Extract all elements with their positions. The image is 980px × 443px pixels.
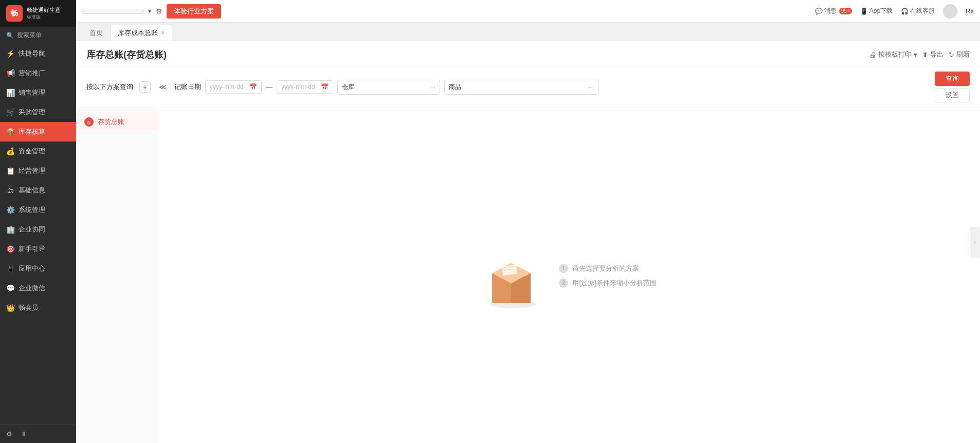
page-header: 库存总账(存货总账) 🖨 按模板打印 ▾ ⬆ 导出 ↻ 刷新: [76, 41, 980, 66]
logo-icon: 畅: [6, 5, 23, 22]
print-template-button[interactable]: 🖨 按模板打印 ▾: [869, 50, 917, 59]
breadcrumb-dropdown-icon[interactable]: ▾: [148, 7, 152, 15]
basics-icon: 🗂: [6, 186, 14, 194]
calendar-from-icon[interactable]: 📅: [249, 83, 257, 91]
panel-item-inventory-total[interactable]: 存 存货总账: [76, 113, 158, 131]
filter-section: 记账日期 yyyy-mm-dd 📅 — yyyy-mm-dd 📅 仓库 ··· …: [174, 80, 929, 95]
tab-home-label: 首页: [89, 28, 103, 38]
message-button[interactable]: 💬 消息 99+: [815, 7, 852, 15]
marketing-icon: 📢: [6, 69, 14, 77]
sidebar-item-finance[interactable]: 💰 资金管理: [0, 141, 76, 161]
step1-number: 1: [559, 264, 568, 273]
refresh-button[interactable]: ↻ 刷新: [949, 50, 970, 59]
user-avatar[interactable]: [943, 4, 957, 19]
sidebar-item-basics[interactable]: 🗂 基础信息: [0, 181, 76, 200]
sidebar-footer: ⚙ ⏸: [0, 424, 76, 443]
print-dropdown-icon: ▾: [914, 51, 917, 59]
sidebar-item-label: 经营管理: [19, 166, 45, 175]
step2-number: 2: [559, 278, 568, 288]
sidebar-item-label: 畅会员: [19, 303, 39, 312]
filter-bar: 按以下方案查询 + ≪ 记账日期 yyyy-mm-dd 📅 — yyyy-mm-…: [76, 66, 980, 108]
date-from-input[interactable]: yyyy-mm-dd 📅: [205, 80, 262, 94]
date-to-placeholder: yyyy-mm-dd: [281, 83, 315, 91]
industry-solution-button[interactable]: 体验行业方案: [167, 4, 221, 19]
audio-footer-icon[interactable]: ⏸: [21, 430, 27, 438]
wechat-icon: 💬: [6, 284, 14, 292]
product-filter[interactable]: 商品 ···: [444, 80, 598, 95]
settings-button[interactable]: 设置: [935, 88, 970, 102]
newbie-icon: 🎯: [6, 245, 14, 253]
breadcrumb-input: [82, 9, 144, 14]
app-download-button[interactable]: 📱 App下载: [860, 7, 893, 15]
query-button[interactable]: 查询: [935, 72, 970, 86]
export-icon: ⬆: [922, 51, 928, 59]
sidebar-item-label: 采购管理: [19, 108, 45, 117]
settings-footer-icon[interactable]: ⚙: [6, 430, 12, 438]
print-icon: 🖨: [869, 51, 876, 59]
filter-collapse-button[interactable]: ≪: [157, 81, 168, 93]
message-icon: 💬: [815, 8, 823, 15]
sidebar-item-purchase[interactable]: 🛒 采购管理: [0, 102, 76, 122]
sidebar-item-label: 库存核算: [19, 127, 45, 136]
sidebar-item-system[interactable]: ⚙️ 系统管理: [0, 200, 76, 220]
sidebar-item-label: 企业协同: [19, 225, 45, 234]
system-icon: ⚙️: [6, 206, 14, 214]
sidebar-item-label: 快捷导航: [19, 49, 45, 58]
warehouse-label: 仓库: [342, 83, 354, 92]
panel-item-label: 存货总账: [98, 117, 124, 127]
tab-home[interactable]: 首页: [82, 25, 110, 41]
member-icon: 👑: [6, 304, 14, 312]
product-more-icon: ···: [589, 83, 594, 91]
print-label: 按模板打印: [878, 50, 912, 59]
operations-icon: 📋: [6, 167, 14, 175]
app-logo: 畅 畅捷通好生意 标准版: [0, 0, 76, 27]
date-to-input[interactable]: yyyy-mm-dd 📅: [277, 80, 333, 94]
sidebar-item-newbie[interactable]: 🎯 新手引导: [0, 239, 76, 259]
content-area: 库存总账(存货总账) 🖨 按模板打印 ▾ ⬆ 导出 ↻ 刷新 按以下方案查询: [76, 41, 980, 443]
shortcut-icon: ⚡: [6, 49, 14, 58]
finance-icon: 💰: [6, 147, 14, 155]
inventory-icon: 📦: [6, 128, 14, 136]
sidebar-item-label: 销售管理: [19, 88, 45, 97]
user-name: Rit: [966, 7, 974, 15]
right-panel-toggle[interactable]: ›: [970, 227, 980, 258]
sales-icon: 📊: [6, 88, 14, 97]
message-label: 消息: [824, 7, 837, 15]
sidebar-item-marketing[interactable]: 📢 营销推广: [0, 63, 76, 83]
panel-item-icon: 存: [84, 117, 94, 127]
sidebar-item-apps[interactable]: 📱 应用中心: [0, 259, 76, 278]
enterprise-icon: 🏢: [6, 225, 14, 234]
filter-add-button[interactable]: +: [139, 81, 151, 93]
calendar-to-icon[interactable]: 📅: [321, 83, 329, 91]
online-service-button[interactable]: 🎧 在线客服: [901, 7, 935, 15]
sidebar-item-operations[interactable]: 📋 经营管理: [0, 161, 76, 181]
empty-state: 1 请先选择要分析的方案 2 用[过滤]条件来缩小分析范围: [482, 245, 656, 307]
refresh-icon: ↻: [949, 51, 954, 59]
chevron-right-icon: ›: [974, 239, 975, 245]
sidebar-item-wechat[interactable]: 💬 企业微信: [0, 278, 76, 298]
sidebar-item-shortcut[interactable]: ⚡ 快捷导航: [0, 44, 76, 63]
left-panel: 存 存货总账: [76, 108, 158, 443]
tab-close-icon[interactable]: ×: [161, 29, 165, 37]
sidebar-item-member[interactable]: 👑 畅会员: [0, 298, 76, 317]
settings-icon[interactable]: ⚙: [156, 7, 162, 15]
app-name: 畅捷通好生意: [27, 6, 61, 13]
sidebar-item-enterprise[interactable]: 🏢 企业协同: [0, 220, 76, 239]
sidebar-item-label: 企业微信: [19, 283, 45, 293]
sidebar: 畅 畅捷通好生意 标准版 🔍 搜索菜单 ⚡ 快捷导航 📢 营销推广 📊 销售管理…: [0, 0, 76, 443]
tab-inventory-cost[interactable]: 库存成本总账 ×: [110, 25, 172, 41]
empty-illustration: [482, 245, 543, 307]
sidebar-search[interactable]: 🔍 搜索菜单: [0, 27, 76, 44]
sidebar-item-inventory[interactable]: 📦 库存核算: [0, 122, 76, 141]
app-download-label: App下载: [869, 7, 893, 15]
main-area: ▾ ⚙ 体验行业方案 💬 消息 99+ 📱 App下载 🎧 在线客服 Rit: [76, 0, 980, 443]
svg-text:存: 存: [87, 120, 91, 125]
date-label: 记账日期: [174, 82, 201, 92]
export-label: 导出: [930, 50, 943, 59]
sidebar-nav: ⚡ 快捷导航 📢 营销推广 📊 销售管理 🛒 采购管理 📦 库存核算 💰 资金管…: [0, 44, 76, 424]
step2-text: 用[过滤]条件来缩小分析范围: [572, 278, 656, 288]
step1-text: 请先选择要分析的方案: [572, 264, 639, 273]
export-button[interactable]: ⬆ 导出: [922, 50, 943, 59]
sidebar-item-sales[interactable]: 📊 销售管理: [0, 83, 76, 102]
warehouse-filter[interactable]: 仓库 ···: [337, 80, 440, 95]
